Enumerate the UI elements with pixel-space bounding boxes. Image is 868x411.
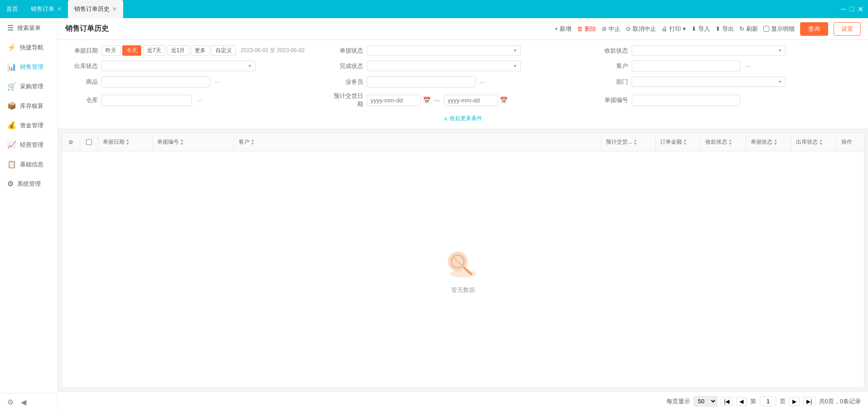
query-button[interactable]: 查询 xyxy=(800,22,828,36)
total-records: 共0页，0条记录 xyxy=(819,397,861,406)
add-button[interactable]: + 新增 xyxy=(555,25,572,33)
last-page-button[interactable]: ▶| xyxy=(803,397,815,406)
date-range-text: 2023-06-02 至 2023-06-02 xyxy=(240,47,304,54)
display-toggle-label: 显示明细 xyxy=(771,25,795,33)
display-toggle-checkbox[interactable] xyxy=(763,26,769,32)
table-header: ⚙ 单据日期 ▲▼ 单据编号 ▲▼ 客户 ▲▼ 预计交货. xyxy=(62,133,864,151)
bill-status-field: ▾ xyxy=(367,45,596,56)
quick-nav-icon: ⚡ xyxy=(7,43,16,52)
bill-number-label: 单据编号 xyxy=(595,96,632,104)
out-status-label: 出库状态 xyxy=(65,62,101,70)
page-size-select[interactable]: 10 20 50 100 xyxy=(694,396,717,406)
date-btn-1month[interactable]: 近1月 xyxy=(167,45,189,56)
th-out-status-label: 出库状态 xyxy=(796,138,818,146)
minimize-icon[interactable]: ─ xyxy=(841,5,846,13)
th-checkbox[interactable] xyxy=(80,133,98,151)
tab-sales-order-close[interactable]: ✕ xyxy=(57,6,62,12)
tab-sales-order-history-close[interactable]: ✕ xyxy=(112,6,117,12)
sidebar: ☰ 搜索菜单 ⚡ 快捷导航 📊 销售管理 🛒 采购管理 📦 库存核算 💰 资金管… xyxy=(0,18,58,411)
tab-sales-order-history[interactable]: 销售订单历史 ✕ xyxy=(68,0,123,18)
sidebar-item-sales-mgmt[interactable]: 📊 销售管理 xyxy=(0,57,58,77)
warehouse-input[interactable] xyxy=(101,95,192,106)
sidebar-item-basic-info[interactable]: 📋 基础信息 xyxy=(0,155,58,174)
th-customer: 客户 ▲▼ xyxy=(234,133,601,151)
settings-bottom-icon[interactable]: ⚙ xyxy=(7,398,14,406)
salesman-dots-icon[interactable]: ··· xyxy=(480,78,485,86)
delivery-sort-icon[interactable]: ▲▼ xyxy=(633,139,637,146)
tab-sales-order[interactable]: 销售订单 ✕ xyxy=(24,0,68,18)
customer-dots-icon[interactable]: ··· xyxy=(745,63,750,70)
sidebar-item-inventory-check[interactable]: 📦 库存核算 xyxy=(0,96,58,116)
collect-sort-icon[interactable]: ▲▼ xyxy=(729,139,732,146)
first-page-button[interactable]: |◀ xyxy=(721,397,733,406)
sidebar-item-search-menu[interactable]: ☰ 搜索菜单 xyxy=(0,18,58,38)
date-btn-yesterday[interactable]: 昨天 xyxy=(101,45,120,56)
warehouse-dots-icon[interactable]: ··· xyxy=(197,97,202,104)
export-label: 导出 xyxy=(722,25,734,33)
goods-input[interactable] xyxy=(101,76,210,87)
customer-field: ··· xyxy=(632,60,861,72)
delivery-date-end[interactable] xyxy=(444,95,498,106)
complete-status-select[interactable]: ▾ xyxy=(367,61,521,71)
display-toggle[interactable]: 显示明细 xyxy=(763,25,795,33)
calendar-end-icon[interactable]: 📅 xyxy=(500,97,508,104)
bill-sort-icon[interactable]: ▲▼ xyxy=(774,139,777,146)
column-settings-icon[interactable]: ⚙ xyxy=(68,139,73,145)
sidebar-item-capital-mgmt[interactable]: 💰 资金管理 xyxy=(0,116,58,135)
sidebar-item-system-mgmt[interactable]: ⚙ 系统管理 xyxy=(0,174,58,193)
date-btn-today[interactable]: 今天 xyxy=(122,45,141,56)
maximize-icon[interactable]: □ xyxy=(849,5,854,13)
date-btn-more[interactable]: 更多 xyxy=(191,45,210,56)
delivery-date-start[interactable] xyxy=(367,95,421,106)
next-page-button[interactable]: ▶ xyxy=(789,397,800,406)
select-all-checkbox[interactable] xyxy=(86,139,92,145)
tab-home[interactable]: 首页 xyxy=(0,0,24,18)
delete-button[interactable]: 🗑 删除 xyxy=(577,25,596,33)
date-filter-label: 单据日期 xyxy=(65,47,101,55)
tab-sales-order-label: 销售订单 xyxy=(31,5,54,13)
close-icon[interactable]: ✕ xyxy=(858,5,863,14)
date-btn-custom[interactable]: 自定义 xyxy=(211,45,236,56)
toolbar: + 新增 🗑 删除 ⊘ 中止 ⊙ 取消中止 🖨 打印 ▾ xyxy=(555,22,861,36)
collapse-bar[interactable]: ∧ 收起更多条件 xyxy=(65,113,861,123)
prev-page-button[interactable]: ◀ xyxy=(736,397,747,406)
th-settings[interactable]: ⚙ xyxy=(62,133,80,151)
customer-input[interactable] xyxy=(632,60,740,72)
th-number: 单据编号 ▲▼ xyxy=(153,133,234,151)
sidebar-item-operation-mgmt[interactable]: 📈 经营管理 xyxy=(0,135,58,155)
collapse-sidebar-icon[interactable]: ◀ xyxy=(21,398,26,406)
date-sort-icon[interactable]: ▲▼ xyxy=(126,139,129,146)
calendar-start-icon[interactable]: 📅 xyxy=(423,97,431,104)
salesman-input[interactable] xyxy=(367,76,475,87)
number-sort-icon[interactable]: ▲▼ xyxy=(180,139,184,146)
import-button[interactable]: ⬇ 导入 xyxy=(691,25,710,33)
out-status-select[interactable]: ▾ xyxy=(101,61,255,71)
top-tabbar: 首页 销售订单 ✕ 销售订单历史 ✕ ─ □ ✕ xyxy=(0,0,868,18)
goods-dots-icon[interactable]: ··· xyxy=(215,78,220,86)
settings-button[interactable]: 设置 xyxy=(834,22,861,36)
bill-number-input[interactable] xyxy=(632,95,740,106)
import-icon: ⬇ xyxy=(691,25,696,32)
th-operation-label: 操作 xyxy=(841,138,852,146)
customer-sort-icon[interactable]: ▲▼ xyxy=(251,139,254,146)
salesman-field: ··· xyxy=(367,76,596,87)
dept-arrow-icon: ▾ xyxy=(779,79,782,85)
dept-select[interactable]: ▾ xyxy=(632,77,786,87)
sidebar-item-quick-nav[interactable]: ⚡ 快捷导航 xyxy=(0,38,58,57)
export-button[interactable]: ⬆ 导出 xyxy=(715,25,734,33)
refresh-button[interactable]: ↻ 刷新 xyxy=(739,25,758,33)
main-layout: ☰ 搜索菜单 ⚡ 快捷导航 📊 销售管理 🛒 采购管理 📦 库存核算 💰 资金管… xyxy=(0,18,868,411)
page-number-input[interactable] xyxy=(760,396,776,406)
purchase-mgmt-icon: 🛒 xyxy=(7,82,16,91)
amount-sort-icon[interactable]: ▲▼ xyxy=(683,139,687,146)
cancel-stop-button[interactable]: ⊙ 取消中止 xyxy=(626,25,656,33)
stop-button[interactable]: ⊘ 中止 xyxy=(602,25,620,33)
print-button[interactable]: 🖨 打印 ▾ xyxy=(662,25,686,33)
page-header: 销售订单历史 + 新增 🗑 删除 ⊘ 中止 ⊙ 取消中止 xyxy=(58,18,868,40)
out-sort-icon[interactable]: ▲▼ xyxy=(819,139,823,146)
window-controls: ─ □ ✕ xyxy=(841,5,868,14)
collect-status-select[interactable]: ▾ xyxy=(632,45,786,56)
bill-status-select[interactable]: ▾ xyxy=(367,45,521,56)
sidebar-item-purchase-mgmt[interactable]: 🛒 采购管理 xyxy=(0,77,58,96)
date-btn-7days[interactable]: 近7天 xyxy=(143,45,165,56)
